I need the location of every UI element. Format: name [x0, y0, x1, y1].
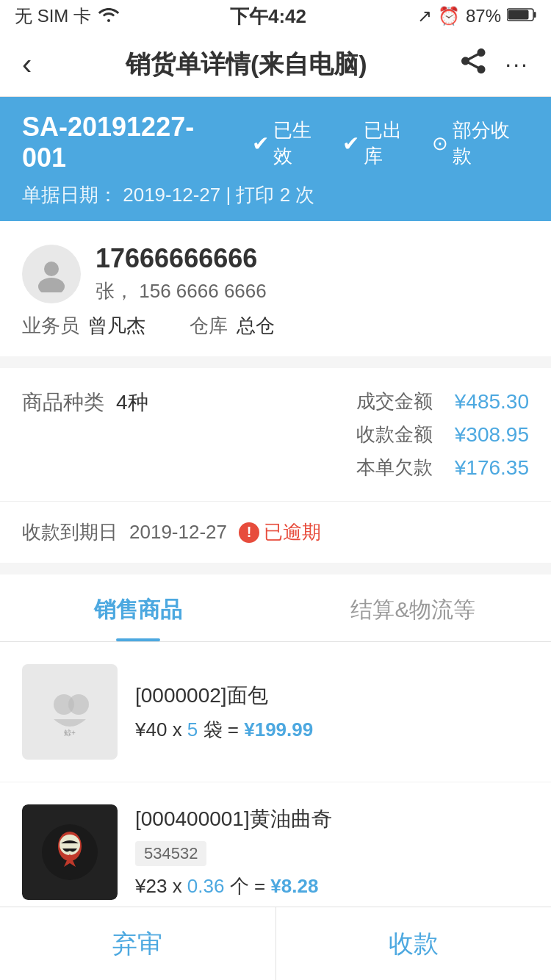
tab-sales-products-label: 销售商品	[94, 597, 182, 621]
svg-text:鲸+: 鲸+	[64, 729, 76, 737]
page-title: 销货单详情(来自电脑)	[126, 48, 367, 82]
customer-avatar	[22, 245, 81, 303]
product-info-2: [000400001]黄油曲奇 534532 ¥23 x 0.36 个 = ¥8…	[135, 805, 529, 899]
badge-partial-text: 部分收款	[453, 118, 529, 169]
due-date-section: 收款到期日 2019-12-27 ! 已逾期	[0, 501, 551, 563]
svg-rect-1	[533, 12, 536, 18]
svg-point-4	[38, 278, 65, 292]
check-icon-shipped: ✔	[342, 131, 359, 156]
collect-payment-label: 收款	[389, 927, 439, 961]
back-button[interactable]: ‹	[22, 48, 32, 81]
customer-main-row: 17666666666 张， 156 6666 6666	[22, 243, 529, 304]
product-sku-2: 534532	[135, 841, 206, 866]
customer-info: 17666666666 张， 156 6666 6666	[96, 243, 267, 304]
status-bar: 无 SIM 卡 下午4:42 ↗ ⏰ 87%	[0, 0, 551, 32]
product-name-2: [000400001]黄油曲奇	[135, 805, 529, 833]
product-thumbnail-2	[22, 804, 118, 900]
nav-actions: ···	[461, 48, 529, 81]
svg-point-6	[68, 694, 89, 715]
badge-shipped-text: 已出库	[364, 118, 421, 169]
svg-point-3	[44, 262, 59, 276]
product-info-1: [0000002]面包 ¥40 x 5 袋 = ¥199.99	[135, 682, 529, 743]
cancel-review-button[interactable]: 弃审	[0, 907, 276, 980]
more-icon[interactable]: ···	[505, 51, 529, 78]
order-date-row: 单据日期： 2019-12-27 | 打印 2 次	[22, 182, 529, 208]
warehouse-name: 总仓	[237, 313, 275, 339]
owed-label: 本单欠款	[356, 455, 433, 480]
price-eq-1: =	[228, 718, 244, 741]
product-item: [000400001]黄油曲奇 534532 ¥23 x 0.36 个 = ¥8…	[0, 782, 551, 923]
amount-value: ¥485.30	[455, 390, 529, 414]
price-qty-1: 5	[187, 718, 198, 741]
product-item: 鲸+ [0000002]面包 ¥40 x 5 袋 = ¥199.99	[0, 642, 551, 782]
badge-partial: ⊙ 部分收款	[432, 118, 529, 169]
order-date: 2019-12-27	[123, 184, 220, 206]
cancel-review-label: 弃审	[112, 927, 162, 961]
price-unit-1: 袋	[204, 718, 223, 741]
tab-settlement-logistics[interactable]: 结算&物流等	[276, 574, 551, 641]
received-value: ¥308.95	[455, 423, 529, 447]
price-x-1: x	[173, 718, 187, 741]
tabs-section: 销售商品 结算&物流等	[0, 574, 551, 642]
nav-bar: ‹ 销货单详情(来自电脑) ···	[0, 32, 551, 97]
customer-section: 17666666666 张， 156 6666 6666 业务员 曾凡杰 仓库 …	[0, 221, 551, 356]
products-section: 鲸+ [0000002]面包 ¥40 x 5 袋 = ¥199.99	[0, 642, 551, 923]
order-header-banner: SA-20191227-001 ✔ 已生效 ✔ 已出库 ⊙ 部分收款 单据日期：…	[0, 97, 551, 221]
overdue-text: 已逾期	[264, 519, 321, 545]
check-icon-effective: ✔	[252, 131, 269, 156]
share-icon[interactable]	[461, 48, 487, 81]
collect-payment-button[interactable]: 收款	[276, 907, 552, 980]
overdue-icon: !	[239, 522, 259, 543]
price-total-2: ¥8.28	[270, 875, 318, 897]
price-total-1: ¥199.99	[244, 718, 313, 741]
owed-value: ¥176.35	[455, 456, 529, 480]
badge-effective-text: 已生效	[273, 118, 331, 169]
price-base-2: ¥23	[135, 875, 167, 897]
tab-settlement-logistics-label: 结算&物流等	[350, 597, 475, 621]
svg-point-10	[60, 835, 80, 855]
svg-rect-2	[508, 10, 528, 20]
price-unit-2: 个	[230, 875, 249, 897]
due-date-value: 2019-12-27	[129, 521, 227, 544]
product-thumbnail-1: 鲸+	[22, 664, 118, 760]
received-row: 收款金额 ¥308.95	[356, 422, 529, 447]
received-label: 收款金额	[356, 422, 433, 447]
content-scroll: SA-20191227-001 ✔ 已生效 ✔ 已出库 ⊙ 部分收款 单据日期：…	[0, 97, 551, 980]
badge-shipped: ✔ 已出库	[342, 118, 421, 169]
bottom-bar: 弃审 收款	[0, 907, 551, 980]
status-time: 下午4:42	[230, 4, 306, 29]
overdue-badge: ! 已逾期	[239, 519, 321, 545]
customer-sub-info: 张， 156 6666 6666	[96, 278, 267, 304]
order-id: SA-20191227-001	[22, 112, 237, 173]
warehouse-meta: 仓库 总仓	[190, 313, 275, 339]
amount-label: 成交金额	[356, 389, 433, 414]
thumb-placeholder-1: 鲸+	[22, 664, 118, 760]
sales-label: 业务员	[22, 313, 79, 339]
due-date-label: 收款到期日	[22, 519, 118, 545]
product-type-count: 4种	[116, 389, 148, 417]
battery-icon	[507, 6, 536, 26]
owed-row: 本单欠款 ¥176.35	[356, 455, 529, 480]
price-eq-2: =	[254, 875, 270, 897]
customer-name-text: 张	[96, 280, 115, 302]
order-badges: ✔ 已生效 ✔ 已出库 ⊙ 部分收款	[252, 118, 529, 169]
badge-effective: ✔ 已生效	[252, 118, 331, 169]
stats-left: 商品种类 4种	[22, 389, 148, 417]
stats-section: 商品种类 4种 成交金额 ¥485.30 收款金额 ¥308.95 本单欠款 ¥…	[0, 368, 551, 501]
alarm-icon: ⏰	[438, 6, 460, 26]
price-qty-2: 0.36	[187, 875, 225, 897]
location-icon: ↗	[417, 6, 432, 26]
amount-row: 成交金额 ¥485.30	[356, 389, 529, 414]
wifi-icon	[98, 6, 119, 26]
customer-meta: 业务员 曾凡杰 仓库 总仓	[22, 313, 529, 339]
divider-1	[0, 356, 551, 368]
status-left: 无 SIM 卡	[15, 4, 119, 28]
print-info: | 打印 2 次	[226, 184, 314, 206]
status-right: ↗ ⏰ 87%	[417, 6, 536, 26]
customer-phone: 17666666666	[96, 243, 267, 274]
tab-sales-products[interactable]: 销售商品	[0, 574, 276, 641]
battery-text: 87%	[466, 6, 501, 26]
tabs: 销售商品 结算&物流等	[0, 574, 551, 641]
clock-icon: ⊙	[432, 132, 448, 155]
sales-meta: 业务员 曾凡杰	[22, 313, 145, 339]
